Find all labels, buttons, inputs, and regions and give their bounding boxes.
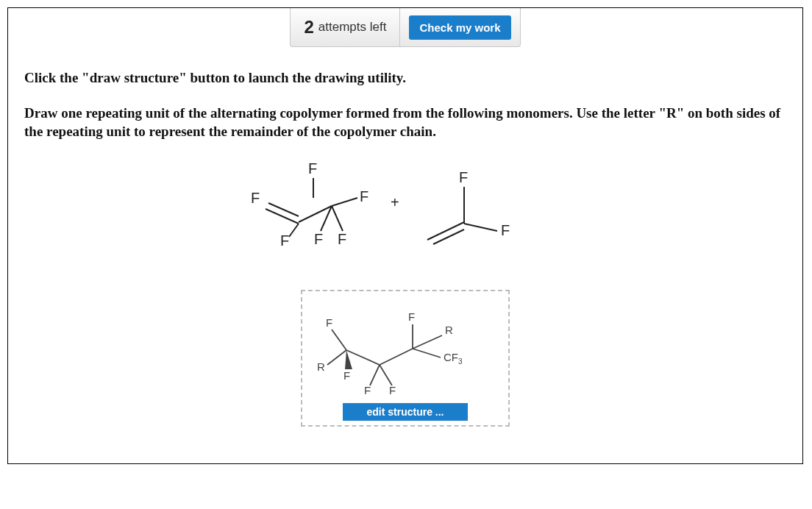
instruction-line-1: Click the "draw structure" button to lau… <box>24 68 786 88</box>
draw-structure-box[interactable]: R F F F F <box>301 290 510 427</box>
label-F: F <box>308 160 317 177</box>
svg-line-11 <box>464 224 497 231</box>
svg-line-18 <box>380 365 392 385</box>
svg-line-16 <box>380 349 413 365</box>
label-F: F <box>459 169 468 185</box>
attempts-indicator: 2 attempts left <box>291 8 400 46</box>
monomer-1: F F F F F F <box>251 160 368 249</box>
svg-line-1 <box>268 203 299 216</box>
question-container: 2 attempts left Check my work Click the … <box>7 7 803 464</box>
label-R: R <box>317 360 325 373</box>
content-area: Click the "draw structure" button to lau… <box>8 46 802 463</box>
attempts-text: attempts left <box>318 20 387 35</box>
monomers-figure: F F F F F F + <box>24 157 786 268</box>
edit-structure-button[interactable]: edit structure ... <box>343 403 468 421</box>
label-F: F <box>251 190 260 206</box>
label-F: F <box>343 369 350 382</box>
monomer-2: F F <box>427 169 510 244</box>
label-F: F <box>389 384 396 394</box>
label-R: R <box>445 324 453 336</box>
label-F: F <box>408 310 415 323</box>
top-bar: 2 attempts left Check my work <box>8 8 802 46</box>
plus-sign: + <box>391 194 399 210</box>
label-F: F <box>501 222 510 238</box>
label-F: F <box>314 231 323 247</box>
label-CF3: CF3 <box>444 351 463 366</box>
svg-line-0 <box>266 209 299 224</box>
svg-line-6 <box>332 206 343 231</box>
label-F: F <box>338 231 346 247</box>
svg-line-15 <box>346 350 380 365</box>
instruction-line-2: Draw one repeating unit of the alternati… <box>24 104 786 141</box>
label-F: F <box>280 232 289 249</box>
svg-line-17 <box>370 365 380 385</box>
attempts-number: 2 <box>304 17 313 38</box>
monomers-svg: F F F F F F + <box>243 157 567 268</box>
svg-line-13 <box>332 330 346 350</box>
svg-line-5 <box>321 206 332 231</box>
svg-line-21 <box>413 349 441 357</box>
svg-line-7 <box>332 198 357 206</box>
svg-line-12 <box>327 350 346 365</box>
label-F: F <box>326 316 332 329</box>
answer-svg: R F F F F <box>310 299 486 394</box>
check-my-work-button[interactable]: Check my work <box>409 15 510 40</box>
svg-line-8 <box>427 222 464 240</box>
svg-line-2 <box>299 206 332 222</box>
svg-line-20 <box>413 335 442 349</box>
svg-line-9 <box>433 229 464 244</box>
top-bar-inner: 2 attempts left Check my work <box>290 8 520 47</box>
label-F: F <box>360 188 368 204</box>
label-F: F <box>364 384 371 394</box>
svg-line-3 <box>289 224 299 237</box>
answer-area: R F F F F <box>24 290 786 427</box>
instructions: Click the "draw structure" button to lau… <box>24 68 786 141</box>
svg-marker-14 <box>345 350 352 369</box>
